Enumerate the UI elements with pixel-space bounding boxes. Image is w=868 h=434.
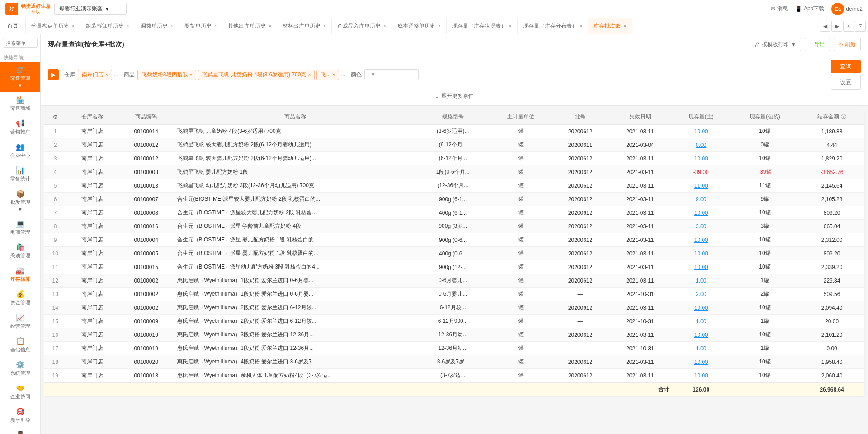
cell-spec: 12-36月幼... (416, 342, 490, 355)
cell-stock-main[interactable]: 9.00 (672, 193, 731, 206)
close-icon[interactable]: × (509, 24, 512, 28)
close-icon[interactable]: × (438, 24, 441, 28)
tab-home[interactable]: 首页 (0, 18, 26, 34)
sidebar-item-basic-info[interactable]: 📋 基础信息 (0, 333, 40, 357)
more-products[interactable]: ... (341, 71, 345, 78)
messages-button[interactable]: ✉ 消息 (771, 5, 788, 13)
close-icon[interactable]: × (214, 24, 217, 28)
close-icon[interactable]: × (72, 24, 75, 28)
cell-stock-main[interactable]: 10.00 (672, 328, 731, 342)
tag-close-icon[interactable]: × (190, 72, 193, 77)
tab-3[interactable]: 调拨单历史 × (135, 18, 179, 34)
sidebar-item-wholesale[interactable]: 📦 批发管理 ▼ (0, 186, 40, 216)
cell-stock-main[interactable]: 1.00 (672, 274, 731, 288)
tab-6[interactable]: 材料出库单历史 × (277, 18, 332, 34)
cell-amount: 1,958.40 (799, 355, 864, 369)
col-settings[interactable]: ⚙ (44, 109, 66, 125)
sidebar-item-retail-stats[interactable]: 📊 零售统计 (0, 162, 40, 186)
tab-next-arrow[interactable]: ▶ (831, 21, 842, 32)
settings-button[interactable]: 设置 (831, 75, 861, 90)
row-num: 7 (44, 206, 66, 220)
product-tag-3[interactable]: 飞... × (316, 70, 339, 80)
close-icon[interactable]: × (323, 24, 326, 28)
tag-close-icon[interactable]: × (332, 72, 335, 77)
product-tag-2[interactable]: 飞鹤星飞帆 儿童奶粉 4段(3-6岁适用) 700克 × (198, 70, 315, 80)
cell-stock-main[interactable]: 10.00 (672, 301, 731, 315)
close-icon[interactable]: × (127, 24, 129, 28)
tab-7[interactable]: 产成品入库单历史 × (332, 18, 392, 34)
search-input[interactable] (3, 38, 38, 48)
more-warehouses[interactable]: ... (114, 71, 118, 78)
tab-4[interactable]: 要货单历史 × (179, 18, 223, 34)
cell-stock-main[interactable]: 10.00 (672, 369, 731, 383)
cell-stock-main[interactable]: 10.00 (672, 233, 731, 247)
tab-5[interactable]: 其他出库单历史 × (222, 18, 277, 34)
tab-10[interactable]: 现存量（库存分布表）× (518, 18, 589, 34)
tab-2[interactable]: 组装拆卸单历史 × (80, 18, 135, 34)
sidebar-item-appstore[interactable]: 📱 应用中心 (0, 427, 40, 434)
query-button[interactable]: 查询 (831, 60, 861, 73)
print-button[interactable]: 🖨 按模板打印 ▼ (750, 38, 801, 51)
expand-more-conditions[interactable]: ⌄ 展开更多条件 (48, 90, 861, 101)
refresh-button[interactable]: ↻ 刷新 (834, 38, 861, 51)
cell-amount: 809.20 (799, 206, 864, 220)
sidebar-item-enterprise[interactable]: 🤝 企业协同 (0, 380, 40, 404)
close-icon[interactable]: × (383, 24, 386, 28)
cell-stock-main[interactable]: 1.00 (672, 315, 731, 328)
cell-stock-main[interactable]: 10.00 (672, 247, 731, 260)
tag-close-icon[interactable]: × (308, 72, 311, 77)
sidebar-item-system[interactable]: ⚙️ 系统管理 (0, 357, 40, 380)
col-warehouse: 仓库名称 (66, 109, 118, 125)
tab-8[interactable]: 成本调整单历史 × (392, 18, 447, 34)
cell-stock-main[interactable]: 10.00 (672, 152, 731, 165)
cell-stock-main[interactable]: 10.00 (672, 206, 731, 220)
close-icon[interactable]: × (170, 24, 173, 28)
export-button[interactable]: ↑ 导出 (805, 38, 830, 51)
user-menu[interactable]: Ea demo2 (831, 3, 863, 15)
sidebar-item-member[interactable]: 👥 会员中心 (0, 139, 40, 162)
cell-stock-main[interactable]: 10.00 (672, 125, 731, 138)
tag-close-icon[interactable]: × (105, 72, 108, 77)
color-select[interactable]: ▼ (364, 69, 419, 80)
cell-stock-main[interactable]: 10.00 (672, 355, 731, 369)
tab-1[interactable]: 分量盘点单历史 × (26, 18, 80, 34)
sidebar-item-retail-mall[interactable]: 🏪 零售商城 (0, 92, 40, 115)
close-icon[interactable]: × (623, 24, 626, 28)
cell-stock-main[interactable]: 2.00 (672, 288, 731, 301)
account-selector[interactable]: 母婴行业演示账套 ▼ (54, 3, 127, 15)
cell-stock-main[interactable]: 1.00 (672, 342, 731, 355)
tab-prev-arrow[interactable]: ◀ (820, 21, 830, 32)
cell-stock-main[interactable]: 11.00 (672, 179, 731, 193)
close-icon[interactable]: × (580, 24, 583, 28)
sidebar-item-inventory[interactable]: 🏭 库存核算 (0, 263, 40, 286)
tab-inventory-batch[interactable]: 库存批次账 × (588, 18, 632, 34)
cell-warehouse: 南岸门店 (66, 274, 118, 288)
sidebar-item-ecommerce[interactable]: 💻 电商管理 (0, 216, 40, 239)
enterprise-icon: 🤝 (16, 384, 25, 392)
cell-batch: 20200612 (552, 220, 609, 233)
filter-expand-toggle[interactable]: ▶ (48, 69, 59, 80)
product-tag-1[interactable]: 飞鹤奶粉3段丙搭装 × (137, 70, 197, 80)
tab-close-all[interactable]: × (843, 21, 854, 32)
cell-expire: 2021-10-31 (609, 315, 672, 328)
sidebar-item-finance[interactable]: 💰 资金管理 (0, 286, 40, 310)
col-stock-main: 现存量(主) (672, 109, 731, 125)
close-icon[interactable]: × (269, 24, 271, 28)
top-bar-right: ✉ 消息 📱 App下载 Ea demo2 (771, 3, 863, 15)
sidebar-item-purchase[interactable]: 🛍️ 采购管理 (0, 239, 40, 263)
cell-stock-main[interactable]: -39.00 (672, 165, 731, 179)
sidebar-item-guide[interactable]: 🎯 新手引导 (0, 404, 40, 427)
sidebar-item-operations[interactable]: 📈 经营管理 (0, 310, 40, 333)
col-batch: 批号 (552, 109, 609, 125)
sidebar-item-marketing[interactable]: 📢 营销推广 (0, 115, 40, 139)
cell-name: 惠氏启赋（Wyeth illuma）4段奶粉 爱尔兰进口 3-6岁及7... (175, 355, 416, 369)
warehouse-tag[interactable]: 南岸门店 × (78, 70, 112, 80)
cell-stock-main[interactable]: 3.00 (672, 220, 731, 233)
sidebar-item-retail-mgmt[interactable]: 🛒 零售管理 ▼ (0, 62, 40, 92)
cell-stock-main[interactable]: 10.00 (672, 260, 731, 274)
app-download-button[interactable]: 📱 App下载 (795, 5, 824, 13)
tab-expand[interactable]: ⊡ (855, 21, 866, 32)
tab-9[interactable]: 现存量（库存状况表）× (447, 18, 518, 34)
cell-stock-main[interactable]: 0.00 (672, 138, 731, 152)
cell-amount: 20.00 (799, 315, 864, 328)
